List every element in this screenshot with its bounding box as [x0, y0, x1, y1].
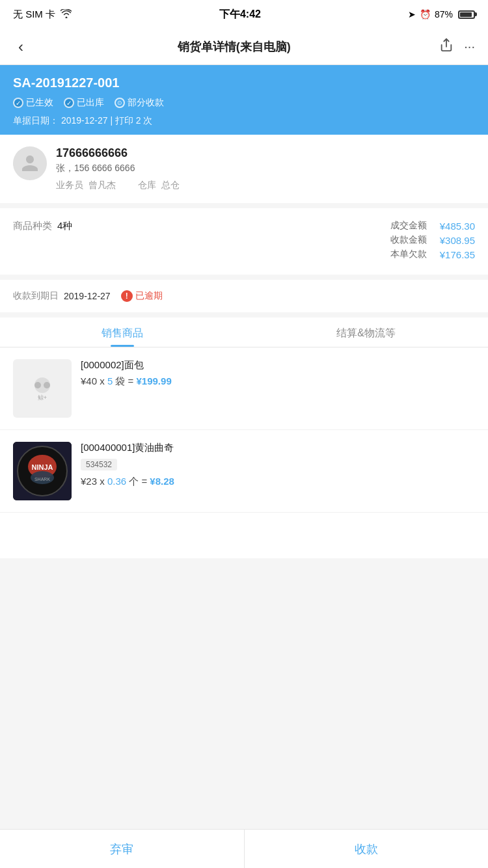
product-item: 鲸+ [0000002]面包 ¥40 x 5 袋 = ¥199.99: [0, 347, 488, 430]
location-icon: ➤: [408, 9, 416, 20]
badge-active: ✓ 已生效: [13, 97, 53, 109]
received-label: 收款金额: [390, 234, 427, 246]
share-button[interactable]: [439, 38, 454, 55]
salesman-value: 曾凡杰: [88, 180, 116, 190]
tab-settlement[interactable]: 结算&物流等: [244, 318, 488, 347]
product-info-1: [0000002]面包 ¥40 x 5 袋 = ¥199.99: [81, 359, 475, 388]
customer-id: 17666666666: [56, 146, 475, 160]
header-banner: SA-20191227-001 ✓ 已生效 ✓ 已出库 ⊙ 部分收款 单据日期：…: [0, 65, 488, 135]
carrier-text: 无 SIM 卡: [13, 8, 55, 21]
nav-actions: ···: [439, 38, 475, 55]
product-image-1: 鲸+: [13, 359, 72, 418]
nav-bar: ‹ 销货单详情(来自电脑) ···: [0, 29, 488, 65]
wifi-icon: [61, 9, 72, 20]
salesman-label: 业务员: [56, 180, 83, 190]
product-info-2: [000400001]黄油曲奇 534532 ¥23 x 0.36 个 = ¥8…: [81, 442, 475, 488]
product-name-2: [000400001]黄油曲奇: [81, 442, 475, 454]
badge-shipped: ✓ 已出库: [64, 97, 104, 109]
svg-text:鲸+: 鲸+: [38, 394, 47, 401]
battery-text: 87%: [435, 9, 453, 20]
product-price-1: ¥40 x 5 袋 = ¥199.99: [81, 375, 475, 388]
tabs-section: 销售商品 结算&物流等: [0, 318, 488, 347]
status-time: 下午4:42: [219, 8, 261, 21]
amount-value: ¥485.30: [440, 221, 475, 232]
salesman-info: 业务员 曾凡杰: [56, 180, 118, 191]
summary-left: 商品种类 4种: [13, 220, 72, 232]
product-tag-2: 534532: [81, 459, 117, 470]
confirm-button[interactable]: 收款: [245, 830, 489, 868]
status-bar: 无 SIM 卡 下午4:42 ➤ ⏰ 87%: [0, 0, 488, 29]
product-name-1: [0000002]面包: [81, 359, 475, 372]
page-title: 销货单详情(来自电脑): [178, 39, 291, 55]
amount-debt-row: 本单欠款 ¥176.35: [390, 249, 475, 260]
svg-text:NINJA: NINJA: [31, 463, 53, 471]
svg-text:SHARK: SHARK: [34, 477, 50, 481]
more-button[interactable]: ···: [464, 39, 475, 54]
product-list: 鲸+ [0000002]面包 ¥40 x 5 袋 = ¥199.99: [0, 347, 488, 558]
due-label: 收款到期日: [13, 290, 59, 302]
customer-info: 17666666666 张，156 6666 6666 业务员 曾凡杰 仓库 总…: [56, 146, 475, 191]
summary-section: 商品种类 4种 成交金额 ¥485.30 收款金额 ¥308.95 本单欠款 ¥…: [0, 208, 488, 280]
amount-label: 成交金额: [390, 220, 427, 232]
cancel-button[interactable]: 弃审: [0, 830, 245, 868]
overdue-badge: ! 已逾期: [121, 290, 163, 302]
warehouse-label: 仓库: [138, 180, 156, 190]
product-types: 商品种类 4种: [13, 220, 72, 232]
header-date: 单据日期： 2019-12-27 | 打印 2 次: [13, 115, 475, 127]
alarm-icon: ⏰: [420, 9, 431, 20]
customer-section: 17666666666 张，156 6666 6666 业务员 曾凡杰 仓库 总…: [0, 135, 488, 208]
bottom-bar: 弃审 收款: [0, 829, 488, 868]
badge-partial: ⊙ 部分收款: [115, 97, 164, 109]
amount-received-row: 收款金额 ¥308.95: [390, 234, 475, 246]
amount-total-row: 成交金额 ¥485.30: [390, 220, 475, 232]
summary-row: 商品种类 4种 成交金额 ¥485.30 收款金额 ¥308.95 本单欠款 ¥…: [13, 220, 475, 263]
summary-right: 成交金额 ¥485.30 收款金额 ¥308.95 本单欠款 ¥176.35: [390, 220, 475, 263]
warehouse-value: 总仓: [161, 180, 180, 190]
overdue-text: 已逾期: [135, 290, 163, 302]
due-date: 2019-12-27: [64, 291, 111, 301]
debt-label: 本单欠款: [390, 249, 427, 260]
tab-sales-products[interactable]: 销售商品: [0, 318, 244, 347]
customer-meta: 业务员 曾凡杰 仓库 总仓: [56, 180, 475, 191]
debt-value: ¥176.35: [440, 249, 475, 260]
order-id: SA-20191227-001: [13, 75, 475, 90]
received-value: ¥308.95: [440, 235, 475, 246]
status-left: 无 SIM 卡: [13, 8, 72, 21]
clock-icon: ⊙: [115, 98, 125, 108]
product-image-2: NINJA SHARK: [13, 442, 72, 500]
customer-avatar: [13, 146, 47, 180]
header-badges: ✓ 已生效 ✓ 已出库 ⊙ 部分收款: [13, 97, 475, 109]
svg-point-2: [44, 382, 50, 388]
product-item-2: NINJA SHARK [000400001]黄油曲奇 534532 ¥23 x…: [0, 430, 488, 513]
back-button[interactable]: ‹: [13, 33, 29, 61]
check-icon-shipped: ✓: [64, 98, 74, 108]
check-icon-active: ✓: [13, 98, 23, 108]
battery-icon: [458, 10, 475, 19]
product-price-2: ¥23 x 0.36 个 = ¥8.28: [81, 476, 475, 488]
due-section: 收款到期日 2019-12-27 ! 已逾期: [0, 280, 488, 318]
status-right: ➤ ⏰ 87%: [408, 9, 475, 20]
overdue-icon: !: [121, 290, 133, 302]
warehouse-info: 仓库 总仓: [138, 180, 182, 191]
customer-name-phone: 张，156 6666 6666: [56, 163, 475, 174]
svg-point-1: [34, 382, 41, 388]
